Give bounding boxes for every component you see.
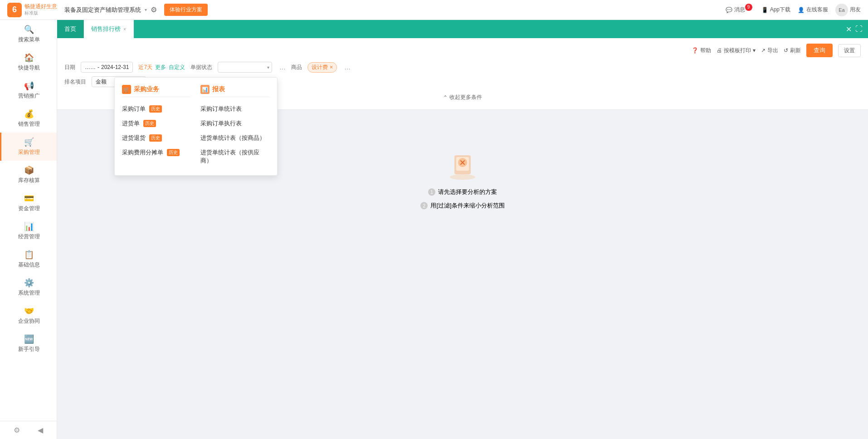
print-icon: 🖨: [717, 47, 722, 54]
logo-line2: 标准版: [24, 10, 57, 16]
sidebar-settings-btn[interactable]: ⚙: [14, 426, 20, 434]
dropdown-report-incoming-supplier[interactable]: 进货单统计表（按供应商）: [200, 145, 270, 168]
svg-point-0: [450, 174, 475, 180]
dropdown-incoming[interactable]: 进货单 历史: [122, 116, 191, 131]
empty-illustration: [444, 146, 481, 183]
order-status-ellipsis[interactable]: …: [279, 64, 286, 71]
system-title-arrow[interactable]: ▾: [145, 7, 147, 12]
product-ellipsis[interactable]: …: [344, 64, 351, 71]
sidebar-label-inventory: 库存核算: [18, 177, 40, 184]
dropdown-expense[interactable]: 采购费用分摊单 历史: [122, 145, 191, 160]
collapse-btn[interactable]: ⌃ 收起更多条件: [440, 91, 485, 104]
sidebar-item-purchase[interactable]: 🛒 采购管理: [0, 133, 57, 161]
logo-icon: 6: [7, 3, 22, 17]
report-col-title-text: 报表: [212, 85, 225, 94]
help-btn[interactable]: ❓ 帮助: [692, 47, 711, 54]
app-container: 6 畅捷通好生意 标准版 装备及固定资产辅助管理系统 ▾ ⚙ 体验行业方案 💬 …: [0, 0, 868, 439]
sidebar-item-operations[interactable]: 📊 经营管理: [0, 217, 57, 245]
date-value: ……: [85, 64, 96, 70]
return-label: 进货退货: [122, 134, 146, 142]
avatar: Ea: [835, 4, 848, 16]
sidebar-item-search[interactable]: 🔍 搜索菜单: [0, 20, 57, 48]
settings-btn[interactable]: 设置: [838, 44, 861, 57]
date-presets: 近7天 更多 自定义: [138, 64, 185, 71]
order-status-select[interactable]: [218, 62, 272, 73]
tab-close-btn[interactable]: ✕: [846, 25, 852, 34]
collapse-icon: ⌃: [443, 94, 448, 101]
return-history: 历史: [149, 134, 162, 142]
tab-sales-rank[interactable]: 销售排行榜 ×: [84, 20, 134, 38]
system-settings-icon[interactable]: ⚙: [151, 5, 157, 14]
purchase-order-history: 历史: [149, 105, 162, 113]
export-icon: ↗: [761, 47, 766, 54]
tab-right-area: ✕ ⛶: [846, 25, 868, 34]
dropdown-purchase-order[interactable]: 采购订单 历史: [122, 102, 191, 116]
dropdown-report-purchase-exec[interactable]: 采购订单执行表: [200, 116, 270, 131]
system-title-area: 装备及固定资产辅助管理系统 ▾ ⚙ 体验行业方案: [64, 4, 726, 16]
content-area: 首页 销售排行榜 × ✕ ⛶ ❓ 帮助: [57, 20, 868, 439]
product-tag: 设计费 ×: [307, 62, 337, 73]
search-icon: 🔍: [24, 25, 34, 35]
date-preset-more[interactable]: 更多: [155, 64, 166, 71]
help-label: 帮助: [700, 47, 711, 54]
sidebar-item-quick-nav[interactable]: 🏠 快捷导航: [0, 48, 57, 76]
industry-btn[interactable]: 体验行业方案: [164, 4, 208, 16]
online-service-btn[interactable]: 👤 在线客服: [798, 6, 828, 14]
home-icon: 🏠: [24, 53, 34, 63]
sidebar-collapse-btn[interactable]: ◀: [38, 426, 43, 434]
purchase-col-icon: 🛒: [122, 85, 131, 94]
filter-row-1: 日期 …… - 2024-12-31 近7天 更多 自定义 单据状态: [64, 62, 861, 73]
date-label: 日期: [64, 64, 75, 71]
empty-step2-text: 用[过滤]条件来缩小分析范围: [430, 202, 504, 210]
date-end-value: 2024-12-31: [101, 64, 129, 70]
sidebar-item-marketing[interactable]: 📢 营销推广: [0, 76, 57, 104]
date-range[interactable]: …… - 2024-12-31: [81, 62, 133, 73]
purchase-icon: 🛒: [24, 137, 34, 147]
product-tag-value: 设计费: [312, 64, 328, 71]
print-btn[interactable]: 🖨 按模板打印 ▾: [717, 47, 756, 54]
report-incoming-product-label: 进货单统计表（按商品）: [200, 134, 265, 142]
refresh-icon: ↺: [784, 47, 788, 54]
sidebar-item-inventory[interactable]: 📦 库存核算: [0, 161, 57, 189]
dropdown-report-incoming-product[interactable]: 进货单统计表（按商品）: [200, 131, 270, 145]
product-tag-close[interactable]: ×: [330, 64, 333, 70]
print-arrow[interactable]: ▾: [753, 47, 756, 54]
sidebar-item-funds[interactable]: 💳 资金管理: [0, 189, 57, 217]
sidebar-label-search: 搜索菜单: [18, 36, 40, 44]
dropdown-report-col: 📊 报表 采购订单统计表 采购订单执行表 进货单统计表（按商品）: [200, 85, 270, 168]
refresh-btn[interactable]: ↺ 刷新: [784, 47, 801, 54]
dropdown-cols: 🛒 采购业务 采购订单 历史 进货单 历史: [122, 85, 270, 168]
report-col-title: 📊 报表: [200, 85, 270, 97]
dropdown-report-purchase-stat[interactable]: 采购订单统计表: [200, 102, 270, 116]
date-preset-7days[interactable]: 近7天: [138, 64, 152, 71]
query-btn[interactable]: 查询: [806, 44, 833, 57]
messages-label: 消息: [734, 6, 745, 14]
export-btn[interactable]: ↗ 导出: [761, 47, 778, 54]
tab-maximize-btn[interactable]: ⛶: [855, 25, 863, 33]
report-purchase-stat-label: 采购订单统计表: [200, 105, 242, 113]
sidebar-label-basic-info: 基础信息: [18, 261, 40, 269]
service-icon: 👤: [798, 7, 805, 13]
online-service-label: 在线客服: [806, 6, 828, 14]
user-btn[interactable]: Ea 用友: [835, 4, 861, 16]
tab-home[interactable]: 首页: [57, 20, 84, 38]
sidebar-item-system[interactable]: ⚙️ 系统管理: [0, 273, 57, 301]
cooperation-icon: 🤝: [24, 306, 34, 316]
order-status-label: 单据状态: [190, 64, 212, 71]
sidebar-item-sales[interactable]: 💰 销售管理: [0, 104, 57, 133]
dropdown-return[interactable]: 进货退货 历史: [122, 131, 191, 145]
sidebar-item-cooperation[interactable]: 🤝 企业协同: [0, 301, 57, 330]
sidebar-label-purchase: 采购管理: [18, 148, 40, 156]
tab-home-label: 首页: [64, 25, 76, 33]
sidebar-label-cooperation: 企业协同: [18, 317, 40, 325]
report-purchase-exec-label: 采购订单执行表: [200, 119, 242, 128]
app-download-btn[interactable]: 📱 App下载: [761, 6, 790, 14]
messages-btn[interactable]: 💬 消息 9: [726, 6, 754, 14]
date-preset-custom[interactable]: 自定义: [169, 64, 185, 71]
tab-close-icon[interactable]: ×: [123, 27, 126, 32]
guide-icon: 🆕: [24, 334, 34, 344]
print-label: 按模板打印: [724, 47, 751, 54]
sidebar-item-guide[interactable]: 🆕 新手引导: [0, 330, 57, 358]
sidebar-item-basic-info[interactable]: 📋 基础信息: [0, 245, 57, 273]
collapse-label: 收起更多条件: [449, 94, 482, 101]
